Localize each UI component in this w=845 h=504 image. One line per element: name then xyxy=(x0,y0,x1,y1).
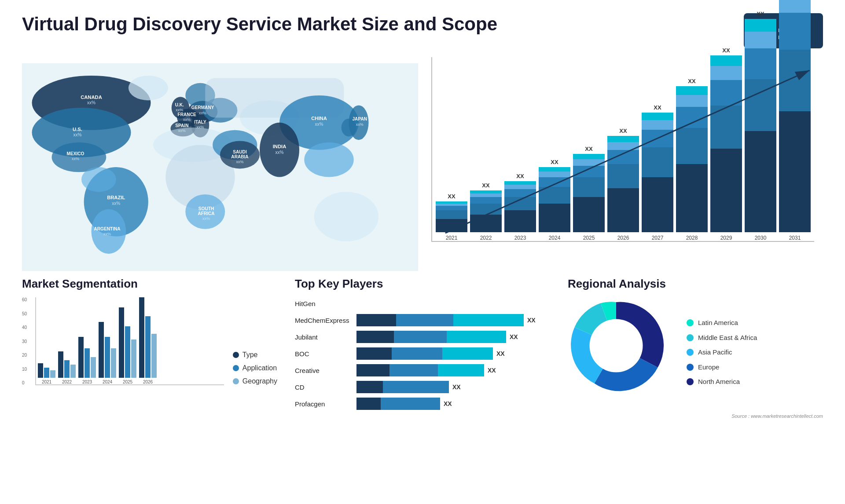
legend-middle-east: Middle East & Africa xyxy=(687,333,757,342)
svg-text:JAPAN: JAPAN xyxy=(352,117,367,121)
svg-text:SOUTH: SOUTH xyxy=(198,206,214,211)
legend-north-america: North America xyxy=(687,377,757,386)
svg-point-62 xyxy=(590,319,643,373)
player-name-profacgen: Profacgen xyxy=(295,400,352,408)
player-profacgen: Profacgen XX xyxy=(295,398,550,410)
seg-y-axis: 0 10 20 30 40 50 60 xyxy=(22,297,27,385)
application-dot xyxy=(233,365,239,371)
page-title: Virtual Drug Discovery Service Market Si… xyxy=(22,13,497,35)
middle-east-dot xyxy=(687,334,694,341)
players-section: Top Key Players HitGen MedChemExpress xyxy=(295,277,550,420)
legend-latin-america: Latin America xyxy=(687,318,757,327)
seg-bars: 2021 2022 xyxy=(35,297,224,385)
geography-dot xyxy=(233,378,239,384)
latin-america-label: Latin America xyxy=(698,318,738,327)
player-name-cd: CD xyxy=(295,383,352,391)
legend-geography: Geography xyxy=(233,377,277,385)
legend-type: Type xyxy=(233,351,277,359)
segmentation-title: Market Segmentation xyxy=(22,277,277,291)
svg-text:xx%: xx% xyxy=(72,157,79,161)
player-name-boc: BOC xyxy=(295,350,352,358)
svg-text:FRANCE: FRANCE xyxy=(178,112,196,117)
svg-text:xx%: xx% xyxy=(73,132,81,137)
type-dot xyxy=(233,352,239,358)
growth-chart-section: XX 2021 XX xyxy=(427,57,823,277)
svg-text:GERMANY: GERMANY xyxy=(191,105,214,110)
svg-text:U.S.: U.S. xyxy=(73,127,82,132)
svg-text:xx%: xx% xyxy=(236,160,243,164)
legend-asia-pacific: Asia Pacific xyxy=(687,348,757,357)
world-map-svg: CANADA xx% U.S. xx% MEXICO xx% BRAZIL xx… xyxy=(22,57,418,277)
svg-line-61 xyxy=(445,70,810,233)
seg-legend: Type Application Geography xyxy=(233,351,277,385)
asia-pacific-label: Asia Pacific xyxy=(698,348,732,357)
player-medchemexpress: MedChemExpress XX xyxy=(295,314,550,326)
player-boc: BOC XX xyxy=(295,347,550,360)
player-xx-creative: XX xyxy=(488,367,496,374)
svg-text:xx%: xx% xyxy=(103,232,111,236)
svg-text:xx%: xx% xyxy=(183,117,191,122)
svg-text:ITALY: ITALY xyxy=(194,120,206,124)
europe-label: Europe xyxy=(698,363,719,372)
player-cd: CD XX xyxy=(295,381,550,393)
player-name-creative: Creative xyxy=(295,367,352,374)
regional-section: Regional Analysis xyxy=(568,277,823,420)
svg-point-24 xyxy=(304,142,354,177)
legend-application-label: Application xyxy=(242,364,277,372)
svg-text:SAUDI: SAUDI xyxy=(233,150,247,154)
north-america-label: North America xyxy=(698,377,740,386)
svg-text:ARABIA: ARABIA xyxy=(231,154,249,159)
player-jubilant: Jubilant XX xyxy=(295,331,550,343)
player-name-mce: MedChemExpress xyxy=(295,317,352,324)
source-text: Source : www.marketresearchintellect.com xyxy=(731,413,823,419)
svg-text:AFRICA: AFRICA xyxy=(198,211,215,216)
svg-text:xx%: xx% xyxy=(315,122,323,127)
svg-text:xx%: xx% xyxy=(87,100,96,105)
svg-text:CANADA: CANADA xyxy=(81,95,102,100)
svg-text:xx%: xx% xyxy=(112,201,120,206)
svg-point-7 xyxy=(81,167,116,192)
svg-text:CHINA: CHINA xyxy=(311,116,327,121)
player-xx-mce: XX xyxy=(527,317,536,324)
legend-type-label: Type xyxy=(242,351,258,359)
latin-america-dot xyxy=(687,319,694,326)
svg-text:SPAIN: SPAIN xyxy=(175,123,188,128)
svg-text:xx%: xx% xyxy=(176,108,183,112)
player-hitgen: HitGen xyxy=(295,297,550,310)
regional-content: Latin America Middle East & Africa Asia … xyxy=(568,297,823,407)
player-xx-profacgen: XX xyxy=(444,400,452,407)
svg-point-4 xyxy=(129,76,168,100)
regional-legend: Latin America Middle East & Africa Asia … xyxy=(687,318,757,386)
player-name-hitgen: HitGen xyxy=(295,300,352,307)
svg-text:MEXICO: MEXICO xyxy=(67,151,84,156)
europe-dot xyxy=(687,364,694,371)
svg-text:xx%: xx% xyxy=(275,150,283,155)
players-title: Top Key Players xyxy=(295,277,550,291)
asia-pacific-dot xyxy=(687,349,694,356)
world-map-section: CANADA xx% U.S. xx% MEXICO xx% BRAZIL xx… xyxy=(22,57,418,277)
segmentation-section: Market Segmentation 0 10 20 30 40 50 60 xyxy=(22,277,277,420)
trend-arrow xyxy=(431,57,814,242)
middle-east-label: Middle East & Africa xyxy=(698,333,757,342)
player-xx-jubilant: XX xyxy=(510,333,518,340)
regional-title: Regional Analysis xyxy=(568,277,823,291)
player-xx-boc: XX xyxy=(496,350,505,357)
donut-chart xyxy=(568,297,678,407)
svg-text:BRAZIL: BRAZIL xyxy=(107,195,125,200)
legend-application: Application xyxy=(233,364,277,372)
svg-text:xx%: xx% xyxy=(202,216,210,221)
player-creative: Creative XX xyxy=(295,364,550,376)
svg-point-27 xyxy=(314,192,378,241)
players-list: HitGen MedChemExpress xyxy=(295,297,550,410)
legend-geography-label: Geography xyxy=(242,377,277,385)
legend-europe: Europe xyxy=(687,363,757,372)
player-xx-cd: XX xyxy=(452,383,461,391)
svg-text:U.K.: U.K. xyxy=(175,102,184,107)
north-america-dot xyxy=(687,378,694,385)
player-name-jubilant: Jubilant xyxy=(295,333,352,341)
svg-text:ARGENTINA: ARGENTINA xyxy=(94,226,121,231)
svg-text:INDIA: INDIA xyxy=(273,144,287,149)
svg-text:xx%: xx% xyxy=(356,122,364,127)
svg-text:xx%: xx% xyxy=(199,111,206,115)
svg-text:xx%: xx% xyxy=(196,125,204,129)
